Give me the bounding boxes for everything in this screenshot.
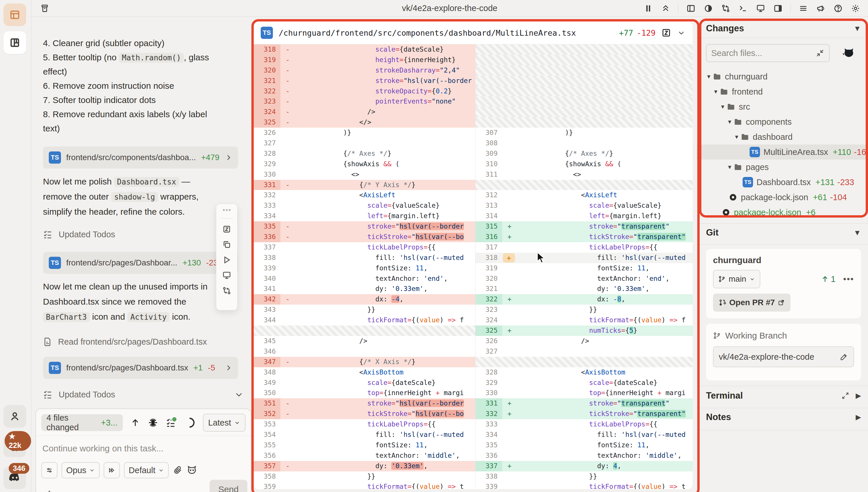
diff-row[interactable]: 343 }}: [254, 304, 475, 315]
diff-row[interactable]: 331+ stroke="transparent": [475, 398, 693, 409]
diff-row[interactable]: 328 <AxisBottom: [475, 367, 693, 378]
diff-row[interactable]: 337 tickLabelProps={{: [254, 242, 475, 253]
diff-row[interactable]: 323 }}: [475, 304, 693, 315]
play-icon[interactable]: [222, 255, 231, 265]
git-compare-icon[interactable]: [721, 3, 731, 13]
diff-row[interactable]: 311 <>: [475, 169, 693, 180]
copy-icon[interactable]: [222, 240, 231, 249]
send-button[interactable]: Send: [210, 480, 247, 492]
tree-folder-components[interactable]: ▾components: [697, 114, 868, 129]
collapse-tree-icon[interactable]: [816, 49, 824, 57]
chevrons-up-icon[interactable]: [661, 3, 671, 13]
mode-dropdown[interactable]: Default: [124, 462, 169, 478]
settings-sliders-button[interactable]: [41, 462, 57, 478]
diff-row[interactable]: 330 top={innerHeight + margi: [475, 388, 693, 398]
monitor-icon[interactable]: [222, 271, 231, 280]
gear-icon[interactable]: [850, 3, 861, 13]
caret-down-icon[interactable]: ▾: [707, 73, 710, 80]
chevron-down-icon[interactable]: [235, 390, 243, 399]
diff-row[interactable]: 332 <AxisLeft: [254, 190, 475, 200]
chevron-right-icon[interactable]: ▶: [856, 392, 861, 400]
attach-icon[interactable]: [173, 465, 183, 475]
file-chip-components-dashboard[interactable]: TS frontend/src/components/dashboa... +4…: [43, 147, 238, 169]
workspace-tab-active[interactable]: [3, 3, 26, 26]
diff-row[interactable]: 338 fill: 'hsl(var(--muted: [254, 253, 475, 263]
diff-row[interactable]: 322+ dx: -8,: [475, 294, 693, 304]
diff-view-icon[interactable]: [661, 28, 671, 38]
diff-row[interactable]: 352- tickStroke="hsl(var(--bo: [254, 409, 475, 419]
diff-row[interactable]: 318+ fill: 'hsl(var(--muted: [475, 253, 693, 263]
diff-row[interactable]: 325- </>: [254, 117, 475, 128]
diff-row[interactable]: 346: [254, 346, 475, 357]
collapse-chevron-icon[interactable]: [677, 28, 686, 37]
diff-row[interactable]: 319- height={innerHeight}: [254, 55, 475, 65]
diff-row[interactable]: 321- stroke="hsl(var(--border: [254, 76, 475, 86]
diff-row[interactable]: 312 <AxisLeft: [475, 190, 693, 200]
diff-row[interactable]: 358 }}: [254, 471, 475, 482]
diff-row[interactable]: 335- stroke="hsl(var(--border: [254, 221, 475, 232]
diff-row[interactable]: 340 textAnchor: 'end',: [254, 274, 475, 284]
cat-icon[interactable]: [187, 465, 197, 475]
panel-right-icon[interactable]: [773, 3, 783, 13]
tree-file-Dashboard.tsx[interactable]: TSDashboard.tsx+131-233: [697, 175, 868, 190]
search-files-input[interactable]: Search files...: [706, 44, 830, 62]
add-comment-button[interactable]: +: [502, 253, 517, 263]
diff-row[interactable]: 354 fill: 'hsl(var(--muted: [254, 429, 475, 440]
diff-row[interactable]: 326 )}: [254, 128, 475, 138]
workspace-tab-kanban[interactable]: [3, 31, 26, 54]
tree-folder-pages[interactable]: ▾pages: [697, 159, 868, 175]
caret-down-icon[interactable]: ▾: [714, 88, 717, 95]
caret-down-icon[interactable]: ▾: [721, 103, 724, 110]
edit-diff-icon[interactable]: [222, 224, 231, 234]
chevron-right-icon[interactable]: ▶: [856, 413, 861, 421]
caret-down-icon[interactable]: ▾: [728, 118, 731, 126]
edit-pencil-icon[interactable]: [840, 352, 848, 361]
diff-row[interactable]: 339 tickFormat={(value) => t: [475, 482, 693, 489]
help-icon[interactable]: [833, 3, 843, 13]
dots-icon[interactable]: [222, 208, 232, 212]
diff-row[interactable]: 336 textAnchor: 'middle',: [475, 450, 693, 461]
diff-row[interactable]: 330 <>: [254, 169, 475, 180]
fast-forward-button[interactable]: [103, 462, 120, 478]
git-compare-icon[interactable]: [222, 286, 231, 295]
tree-file-package-lock.json[interactable]: package-lock.json+61-104: [697, 190, 868, 205]
diff-row[interactable]: 338 }}: [475, 471, 693, 482]
terminal-icon[interactable]: [738, 3, 748, 13]
todo-update-row-2[interactable]: Updated Todos: [43, 388, 243, 401]
tree-file-package-lock.json[interactable]: package-lock.json+6: [697, 205, 868, 220]
file-chip-pages-dashboard[interactable]: TS frontend/src/pages/Dashboar... +130 -…: [43, 252, 238, 274]
burst-icon[interactable]: [148, 417, 158, 428]
diff-row[interactable]: 320 textAnchor: 'end',: [475, 274, 693, 284]
diff-row[interactable]: 336- tickStroke="hsl(var(--bo: [254, 232, 475, 242]
diff-row[interactable]: 331- {/* Y Axis */}: [254, 180, 475, 190]
files-changed-chip[interactable]: 4 files changed +3...: [41, 414, 123, 431]
diff-row[interactable]: 324- />: [254, 107, 475, 117]
diff-row[interactable]: 333 scale={valueScale}: [254, 200, 475, 211]
diff-row[interactable]: 359 tickFormat={(value) => t: [254, 482, 475, 489]
tree-folder-frontend[interactable]: ▾frontend: [697, 84, 868, 99]
expand-icon[interactable]: [841, 392, 849, 400]
monitor-icon[interactable]: [756, 3, 766, 13]
diff-row[interactable]: 341 dy: '0.33em',: [254, 284, 475, 294]
diff-row[interactable]: 310 {showAxis && (: [475, 159, 693, 169]
panel-left-icon[interactable]: [686, 3, 696, 13]
broom-icon[interactable]: [41, 489, 52, 492]
diff-row[interactable]: 334 fill: 'hsl(var(--muted: [475, 429, 693, 440]
diff-row[interactable]: 351- stroke="hsl(var(--border: [254, 398, 475, 409]
megaphone-icon[interactable]: [816, 3, 826, 13]
diff-row[interactable]: 321 dy: '0.33em',: [475, 284, 693, 294]
diff-row[interactable]: 332+ tickStroke="transparent": [475, 409, 693, 419]
diff-row[interactable]: 327: [254, 138, 475, 149]
read-file-row[interactable]: Read frontend/src/pages/Dashboard.tsx: [43, 335, 207, 349]
open-pr-button[interactable]: Open PR #7: [713, 294, 791, 312]
diff-row[interactable]: 324 tickFormat={(value) => f: [475, 315, 693, 325]
diff-row[interactable]: 348 <AxisBottom: [254, 367, 475, 378]
diff-row[interactable]: 315+ stroke="transparent": [475, 221, 693, 232]
menu-icon[interactable]: [798, 3, 808, 13]
diff-row[interactable]: 349 scale={dateScale}: [254, 378, 475, 388]
cat-icon[interactable]: [842, 46, 856, 60]
diff-row[interactable]: 326 />: [475, 336, 693, 346]
diff-row[interactable]: 350 top={innerHeight + margi: [254, 388, 475, 398]
diff-row[interactable]: 355 fontSize: 11,: [254, 440, 475, 450]
tree-file-MultiLineArea.tsx[interactable]: TSMultiLineArea.tsx+110-162: [697, 145, 868, 159]
